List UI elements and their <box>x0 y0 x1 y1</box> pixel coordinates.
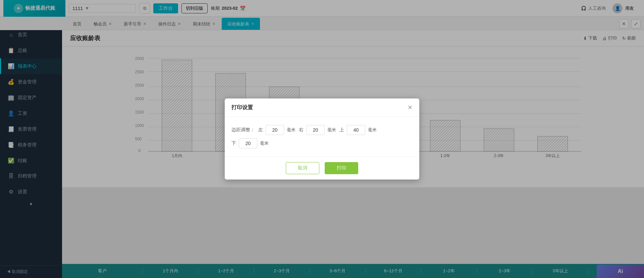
dialog-body: 边距调整： 左 毫米 右 毫米 上 毫米 下 <box>225 117 419 156</box>
dialog-overlay[interactable]: 打印设置 ✕ 边距调整： 左 毫米 右 毫米 上 毫米 <box>0 0 644 278</box>
confirm-print-button[interactable]: 打印 <box>325 162 358 174</box>
dialog-close-button[interactable]: ✕ <box>408 104 413 111</box>
right-unit: 毫米 <box>327 127 336 133</box>
dialog-title: 打印设置 <box>231 104 253 111</box>
bottom-margin-group: 下 毫米 <box>231 138 269 148</box>
form-label: 边距调整： <box>231 127 255 133</box>
bottom-unit: 毫米 <box>260 140 269 146</box>
print-settings-dialog: 打印设置 ✕ 边距调整： 左 毫米 右 毫米 上 毫米 <box>225 98 419 180</box>
top-unit: 毫米 <box>368 127 377 133</box>
dialog-header: 打印设置 ✕ <box>225 98 419 117</box>
left-label: 左 <box>258 127 263 133</box>
cancel-button[interactable]: 取消 <box>286 162 319 174</box>
top-margin-group: 上 毫米 <box>339 125 377 135</box>
bottom-margin-input[interactable] <box>239 138 257 148</box>
left-margin-input[interactable] <box>266 125 284 135</box>
bottom-label: 下 <box>231 140 236 146</box>
left-unit: 毫米 <box>287 127 296 133</box>
form-row: 边距调整： 左 毫米 右 毫米 上 毫米 下 <box>231 125 413 148</box>
top-margin-input[interactable] <box>347 125 365 135</box>
left-margin-group: 左 毫米 <box>258 125 296 135</box>
dialog-footer: 取消 打印 <box>225 156 419 180</box>
right-label: 右 <box>299 127 304 133</box>
right-margin-input[interactable] <box>306 125 325 135</box>
top-label: 上 <box>339 127 344 133</box>
right-margin-group: 右 毫米 <box>299 125 336 135</box>
